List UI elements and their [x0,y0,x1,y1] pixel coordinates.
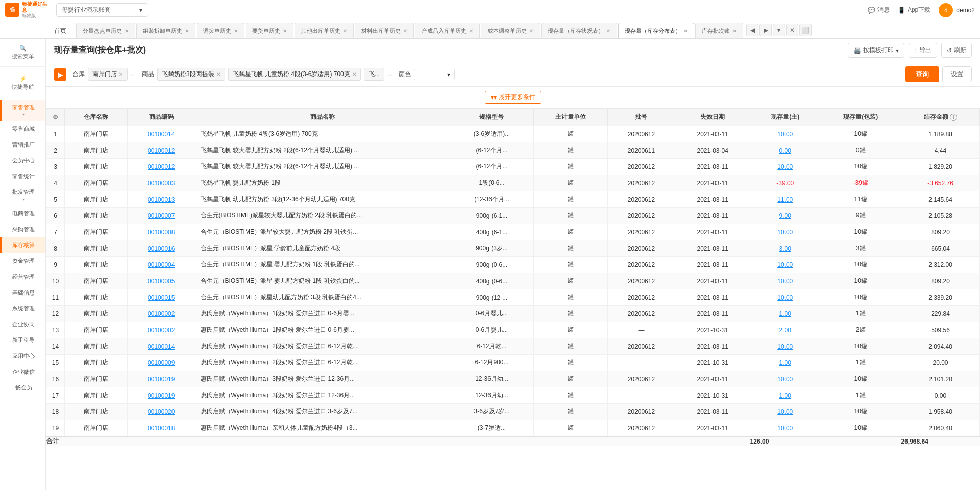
balance-info-icon[interactable]: i [950,114,957,121]
cell-qty-main[interactable]: 10.00 [750,338,820,355]
cell-qty-main[interactable]: 10.00 [750,289,820,306]
tab-next-btn[interactable]: ▶ [760,24,772,36]
cell-code[interactable]: 00100018 [127,420,195,437]
sidebar-item-marketing[interactable]: 营销推广 [0,137,45,153]
tab-product-in[interactable]: 产成品入库单历史 ✕ [415,23,480,38]
tab-inventory-distribution[interactable]: 现存量（库存分布表） ✕ [618,23,694,38]
tab-require-close-icon[interactable]: ✕ [283,28,287,34]
cell-code[interactable]: 00100014 [127,126,195,142]
refresh-btn[interactable]: ↺ 刷新 [941,43,972,58]
cell-code[interactable]: 00100002 [127,306,195,322]
cell-code[interactable]: 00100004 [127,257,195,273]
tab-home[interactable]: 首页 [46,23,75,38]
tab-product-in-close-icon[interactable]: ✕ [469,28,473,34]
user-info[interactable]: d demo2 [939,3,975,17]
sidebar-item-operations[interactable]: 经营管理 [0,269,45,285]
tab-cost-adjust[interactable]: 成本调整单历史 ✕ [481,23,540,38]
product-tag-3[interactable]: 飞... [364,68,384,81]
cell-code[interactable]: 00100013 [127,191,195,208]
tab-disassembly-close-icon[interactable]: ✕ [185,28,189,34]
cell-qty-main[interactable]: 11.00 [750,191,820,208]
tab-material-out-close-icon[interactable]: ✕ [403,28,407,34]
cell-qty-main[interactable]: 1.00 [750,306,820,322]
cell-code[interactable]: 00100002 [127,322,195,338]
cell-code[interactable]: 00100003 [127,175,195,191]
sidebar-item-ecommerce[interactable]: 电商管理 [0,206,45,222]
product-tag-1-close-icon[interactable]: ✕ [216,71,220,77]
export-btn[interactable]: ↑ 导出 [909,43,937,58]
cell-qty-main[interactable]: 10.00 [750,224,820,240]
cell-code[interactable]: 00100019 [127,371,195,387]
cell-qty-main[interactable]: 3.00 [750,240,820,257]
tab-more-btn[interactable]: ▾ [773,24,785,36]
cell-code[interactable]: 00100012 [127,142,195,159]
settings-gear-icon[interactable]: ⚙ [53,114,58,121]
sidebar-item-enterprise-wechat[interactable]: 企业微信 [0,364,45,380]
cell-code[interactable]: 00100008 [127,224,195,240]
cell-qty-main[interactable]: 0.00 [750,142,820,159]
cell-qty-main[interactable]: 1.00 [750,387,820,404]
tab-batch-ledger[interactable]: 库存批次账 ✕ [695,23,743,38]
cell-qty-main[interactable]: 10.00 [750,404,820,420]
sidebar-item-basic-info[interactable]: 基础信息 [0,285,45,301]
settings-btn[interactable]: 设置 [942,66,972,82]
app-download-btn[interactable]: 📱 App下载 [898,6,930,14]
cell-code[interactable]: 00100007 [127,208,195,224]
color-select[interactable]: ▾ [414,69,455,80]
tab-batch-ledger-close-icon[interactable]: ✕ [732,28,737,34]
cell-code[interactable]: 00100019 [127,387,195,404]
warehouse-more-icon[interactable]: ··· [131,71,136,78]
cell-qty-main[interactable]: 10.00 [750,371,820,387]
sidebar-item-inventory[interactable]: 库存核算 [0,237,45,253]
sidebar-item-purchase[interactable]: 采购管理 [0,222,45,237]
cell-code[interactable]: 00100005 [127,273,195,289]
tab-inventory-status[interactable]: 现存量（库存状况表） ✕ [541,23,617,38]
sidebar-item-app-center[interactable]: 应用中心 [0,348,45,364]
cell-qty-main[interactable]: 1.00 [750,355,820,371]
search-menu-btn[interactable]: 🔍 搜索菜单 [3,43,42,62]
message-btn[interactable]: 💬 消息 [868,6,890,14]
tab-maximize-btn[interactable]: ⬜ [799,24,812,36]
product-tag-2-close-icon[interactable]: ✕ [352,71,356,77]
sidebar-item-system[interactable]: 系统管理 [0,301,45,316]
cell-qty-main[interactable]: 10.00 [750,257,820,273]
template-print-btn[interactable]: 🖨️ 按模板打印 ▾ [848,43,904,58]
cell-qty-main[interactable]: 2.00 [750,322,820,338]
sidebar-item-member[interactable]: 会员中心 [0,153,45,168]
cell-code[interactable]: 00100009 [127,355,195,371]
tab-split-close-icon[interactable]: ✕ [125,28,129,34]
cell-qty-main[interactable]: -39.00 [750,175,820,191]
cell-code[interactable]: 00100020 [127,404,195,420]
tab-other-out-close-icon[interactable]: ✕ [343,28,347,34]
cell-code[interactable]: 00100012 [127,159,195,175]
tab-mix[interactable]: 调拨单历史 ✕ [197,23,244,38]
warehouse-tag[interactable]: 南岸门店 ✕ [88,68,128,81]
quick-nav-btn[interactable]: ⚡ 快捷导航 [3,74,42,93]
sidebar-item-member-card[interactable]: 畅会员 [0,380,45,396]
filter-toggle-btn[interactable]: ▶ [54,68,66,81]
sidebar-item-enterprise[interactable]: 企业协同 [0,316,45,332]
warehouse-tag-close-icon[interactable]: ✕ [119,71,123,77]
product-more-icon[interactable]: ··· [387,71,393,78]
tab-inventory-distribution-close-icon[interactable]: ✕ [683,28,688,34]
sidebar-item-wholesale[interactable]: 批发管理 ▾ [0,184,45,206]
cell-code[interactable]: 00100015 [127,289,195,306]
tab-material-out[interactable]: 材料出库单历史 ✕ [355,23,414,38]
cell-qty-main[interactable]: 10.00 [750,159,820,175]
sidebar-item-retail[interactable]: 零售管理 ▾ [0,100,45,121]
industry-selector[interactable]: 母婴行业演示账套 ▾ [56,3,148,17]
sidebar-item-retail-mall[interactable]: 零售商城 [0,121,45,137]
cell-qty-main[interactable]: 10.00 [750,273,820,289]
cell-qty-main[interactable]: 10.00 [750,420,820,437]
expand-conditions-btn[interactable]: ▾▾ 展开更多条件 [485,91,541,104]
table-container[interactable]: ⚙ 仓库名称 商品编码 商品名称 规格型号 主计量单位 批号 失效日期 现存量(… [46,108,980,490]
tab-mix-close-icon[interactable]: ✕ [234,28,238,34]
tab-inventory-status-close-icon[interactable]: ✕ [606,28,610,34]
tab-require[interactable]: 要货单历史 ✕ [246,23,293,38]
product-tag-2[interactable]: 飞鹤星飞帆 儿童奶粉 4段(3-6岁适用) 700克 ✕ [228,68,361,81]
sidebar-item-new-guide[interactable]: 新手引导 [0,332,45,348]
tab-close-all-btn[interactable]: ✕ [786,24,798,36]
tab-other-out[interactable]: 其他出库单历史 ✕ [295,23,354,38]
cell-qty-main[interactable]: 9.00 [750,208,820,224]
cell-code[interactable]: 00100016 [127,240,195,257]
